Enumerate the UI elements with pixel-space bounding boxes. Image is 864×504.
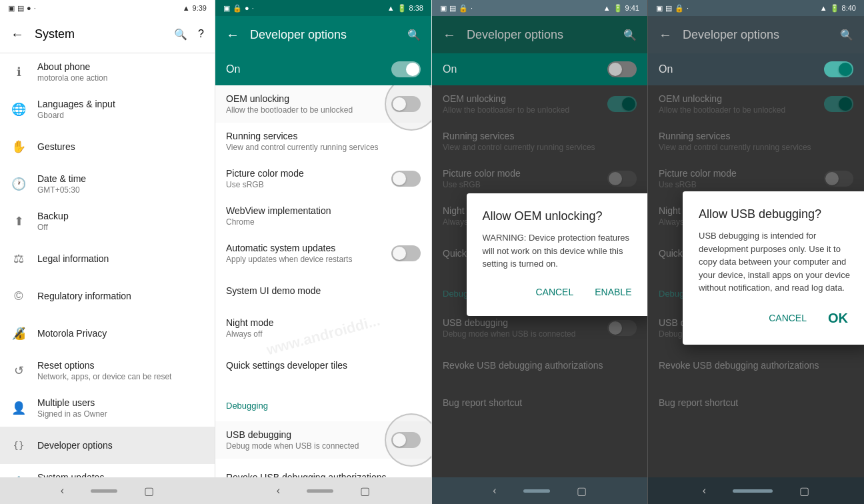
nav-home-r1[interactable]: [523, 489, 550, 493]
auto-updates-item[interactable]: Automatic system updates Apply updates w…: [215, 235, 431, 272]
sidebar-item-system-updates[interactable]: 📋 System updates Updated to Android 9: [0, 464, 215, 477]
oem-unlocking-toggle-mid[interactable]: [391, 96, 421, 112]
oem-cancel-button[interactable]: Cancel: [530, 284, 579, 300]
developer-title-mid: Developer options: [250, 28, 397, 42]
developer-on-row[interactable]: On: [215, 53, 431, 85]
time-left: 9:39: [193, 4, 207, 12]
oem-dialog: Allow OEM unlocking? WARNING: Device pro…: [467, 193, 648, 316]
system-updates-text: System updates Updated to Android 9: [37, 472, 113, 477]
oem-enable-button[interactable]: Enable: [589, 284, 637, 300]
webview-item[interactable]: WebView implementation Chrome: [215, 197, 431, 235]
sidebar-item-datetime[interactable]: 🕐 Date & time GMT+05:30: [0, 165, 215, 203]
nav-bar-mid: ‹ ▢: [215, 477, 431, 504]
usb-cancel-button[interactable]: Cancel: [763, 308, 812, 329]
nav-back-icon[interactable]: ‹: [61, 485, 64, 497]
sidebar-item-backup[interactable]: ⬆ Backup Off: [0, 203, 215, 240]
oem-unlocking-item-mid[interactable]: OEM unlocking Allow the bootloader to be…: [215, 85, 431, 123]
search-icon-r1[interactable]: 🔍: [623, 29, 637, 41]
legal-title: Legal information: [37, 253, 109, 264]
status-icons-r2: ▣ ▤ 🔒 ·: [656, 4, 689, 13]
panel-developer-usb-dialog: ▣ ▤ 🔒 · ▲ 🔋 8:40 ← Developer options 🔍 O…: [648, 0, 864, 504]
nav-back-mid[interactable]: ‹: [277, 485, 280, 497]
on-toggle-r1[interactable]: [607, 61, 637, 77]
usb-dialog-title: Allow USB debugging?: [699, 207, 853, 221]
system-ui-item[interactable]: System UI demo mode: [215, 272, 431, 309]
quick-settings-item[interactable]: Quick settings developer tiles: [215, 347, 431, 384]
picture-color-toggle[interactable]: [391, 171, 421, 187]
nav-back-r1[interactable]: ‹: [493, 485, 496, 497]
sidebar-item-regulatory[interactable]: © Regulatory information: [0, 277, 215, 315]
on-label-r2: On: [659, 63, 673, 75]
on-label-mid: On: [226, 63, 391, 75]
battery-icon-r1: 🔋: [613, 4, 623, 13]
datetime-text: Date & time GMT+05:30: [37, 173, 86, 195]
status-right-left: ▲ 9:39: [183, 4, 207, 12]
oem-dialog-actions: Cancel Enable: [483, 284, 637, 300]
usb-debugging-title-mid: USB debugging: [226, 429, 391, 440]
status-bar-left: ▣ ▤ ● · ▲ 9:39: [0, 0, 215, 16]
picture-color-item[interactable]: Picture color mode Use sRGB: [215, 160, 431, 197]
nav-recents-mid[interactable]: ▢: [360, 485, 370, 497]
back-icon-mid[interactable]: ←: [226, 27, 239, 43]
running-services-item[interactable]: Running services View and control curren…: [215, 123, 431, 160]
nav-home-pill[interactable]: [91, 489, 117, 493]
on-row-text: On: [226, 63, 391, 75]
topbar-system: ← System 🔍 ?: [0, 16, 215, 53]
topbar-icons-r2: 🔍: [840, 29, 853, 41]
sidebar-item-gestures[interactable]: ✋ Gestures: [0, 128, 215, 165]
panel-developer-oem-dialog: ▣ ▤ 🔒 · ▲ 🔋 9:41 ← Developer options 🔍 O…: [432, 0, 648, 504]
on-row-r2[interactable]: On: [648, 53, 864, 85]
notif-icon-mid3: ●: [245, 4, 249, 12]
on-toggle-mid[interactable]: [391, 61, 421, 77]
search-icon-left[interactable]: 🔍: [174, 28, 187, 41]
sidebar-item-languages[interactable]: 🌐 Languages & input Gboard: [0, 91, 215, 128]
settings-list-r1: OEM unlocking Allow the bootloader to be…: [432, 85, 647, 477]
status-icons-mid: ▣ 🔒 ● ·: [223, 4, 254, 13]
nav-back-r2[interactable]: ‹: [703, 485, 706, 497]
nav-home-mid[interactable]: [307, 489, 333, 493]
notif-dot-r1: ·: [471, 4, 473, 12]
notification-dot: ·: [34, 4, 36, 12]
nav-recents-icon[interactable]: ▢: [144, 485, 154, 497]
on-row-r1[interactable]: On: [432, 53, 647, 85]
backup-title: Backup: [37, 211, 69, 221]
privacy-title: Motorola Privacy: [37, 328, 107, 339]
usb-ok-button[interactable]: OK: [823, 308, 853, 329]
on-toggle-r2[interactable]: [824, 61, 853, 77]
back-icon-r2[interactable]: ←: [659, 27, 672, 43]
search-icon-r2[interactable]: 🔍: [840, 29, 853, 41]
auto-updates-toggle[interactable]: [391, 245, 421, 261]
back-icon-left[interactable]: ←: [11, 27, 24, 42]
backup-text: Backup Off: [37, 211, 69, 232]
search-icon-mid[interactable]: 🔍: [407, 29, 421, 41]
developer-text: Developer options: [37, 440, 113, 451]
languages-title: Languages & input: [37, 99, 115, 109]
sidebar-item-developer[interactable]: {} Developer options: [0, 427, 215, 464]
status-bar-r2: ▣ ▤ 🔒 · ▲ 🔋 8:40: [648, 0, 864, 16]
nav-recents-r1[interactable]: ▢: [577, 485, 587, 497]
sidebar-item-privacy[interactable]: 🔏 Motorola Privacy: [0, 315, 215, 352]
sidebar-item-legal[interactable]: ⚖ Legal information: [0, 240, 215, 277]
usb-dialog: Allow USB debugging? USB debugging is in…: [683, 191, 864, 345]
sidebar-item-multiple-users[interactable]: 👤 Multiple users Signed in as Owner: [0, 389, 215, 427]
back-icon-r1[interactable]: ←: [443, 27, 456, 43]
reset-text: Reset options Network, apps, or device c…: [37, 360, 171, 381]
usb-debugging-toggle-mid[interactable]: [391, 432, 421, 448]
sidebar-item-about-phone[interactable]: ℹ About phone motorola one action: [0, 53, 215, 91]
nav-home-r2[interactable]: [733, 489, 773, 493]
regulatory-icon: ©: [11, 288, 27, 304]
nav-recents-r2[interactable]: ▢: [799, 485, 809, 497]
revoke-usb-title: Revoke USB debugging authorizations: [226, 472, 421, 477]
system-updates-title: System updates: [37, 472, 113, 477]
usb-dialog-actions: Cancel OK: [699, 308, 853, 329]
status-icons-left: ▣ ▤ ● ·: [8, 4, 36, 13]
night-mode-item[interactable]: Night mode Always off: [215, 309, 431, 347]
battery-icon-r2: 🔋: [830, 4, 839, 13]
gestures-title: Gestures: [37, 141, 75, 152]
sidebar-item-reset[interactable]: ↺ Reset options Network, apps, or device…: [0, 352, 215, 389]
usb-debugging-item-mid[interactable]: USB debugging Debug mode when USB is con…: [215, 421, 431, 459]
help-icon[interactable]: ?: [198, 28, 204, 41]
notif-dot-r2: ·: [687, 4, 689, 12]
webview-text: WebView implementation Chrome: [226, 205, 421, 227]
notif-icon-mid: ▣: [223, 4, 230, 13]
